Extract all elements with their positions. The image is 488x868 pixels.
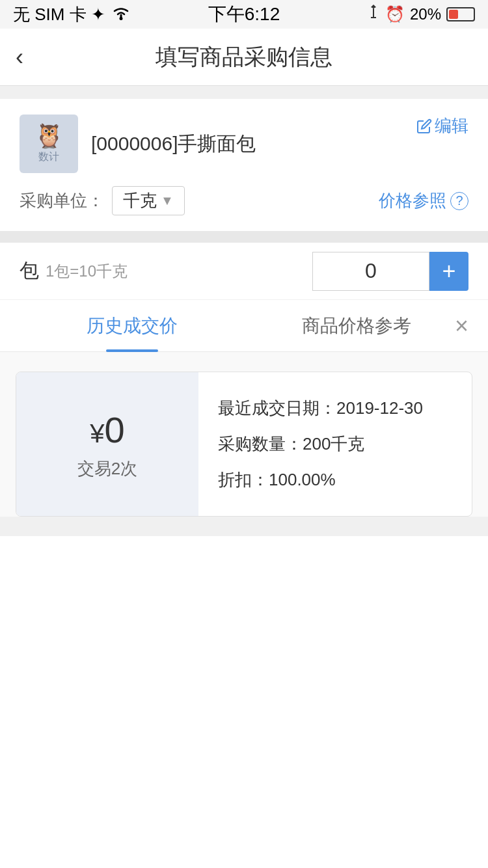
tab-history-label: 历史成交价 xyxy=(87,314,178,338)
currency-symbol: ¥ xyxy=(90,419,104,448)
product-thumbnail: 🦉 数计 xyxy=(20,115,78,173)
unit-label: 采购单位： xyxy=(20,189,104,212)
discount-label: 折扣： xyxy=(218,470,269,489)
section-divider xyxy=(0,231,488,243)
unit-value: 千克 xyxy=(123,189,157,212)
tab-history-price[interactable]: 历史成交价 xyxy=(20,300,244,352)
unit-left: 采购单位： 千克 ▼ xyxy=(20,186,185,215)
recent-date-label: 最近成交日期： xyxy=(218,398,336,418)
quantity-input[interactable]: 0 xyxy=(312,252,429,291)
brand-logo: 🦉 xyxy=(34,124,64,148)
purchase-qty-row: 采购数量：200千克 xyxy=(218,431,452,457)
price-value: 0 xyxy=(105,409,125,450)
quantity-convert: 1包=10千克 xyxy=(46,261,128,282)
info-icon: ? xyxy=(450,192,468,210)
tab-price-reference[interactable]: 商品价格参考 xyxy=(244,300,468,352)
panel-close-button[interactable]: × xyxy=(455,312,468,340)
product-header: 🦉 数计 [0000006]手撕面包 编辑 xyxy=(20,115,468,173)
svg-point-0 xyxy=(119,17,122,20)
recent-date-value: 2019-12-30 xyxy=(336,398,423,418)
status-right: ⏰ 20% xyxy=(367,5,475,24)
back-button[interactable]: ‹ xyxy=(16,44,23,71)
location-icon xyxy=(367,5,380,24)
quantity-input-group: 0 + xyxy=(312,252,468,291)
status-time: 下午6:12 xyxy=(208,2,280,27)
tab-bar: 历史成交价 商品价格参考 × xyxy=(0,300,488,352)
nav-bar: ‹ 填写商品采购信息 xyxy=(0,29,488,86)
edit-button[interactable]: 编辑 xyxy=(416,115,468,137)
quantity-unit: 包 xyxy=(20,258,39,284)
product-left: 🦉 数计 [0000006]手撕面包 xyxy=(20,115,256,173)
main-content-area xyxy=(0,536,488,868)
history-data-card: ¥0 交易2次 最近成交日期：2019-12-30 采购数量：200千克 折扣：… xyxy=(16,372,472,517)
recent-date-row: 最近成交日期：2019-12-30 xyxy=(218,396,452,421)
status-bar: 无 SIM 卡 ✦ 下午6:12 ⏰ 20% xyxy=(0,0,488,29)
battery-icon xyxy=(446,7,475,21)
sim-status: 无 SIM 卡 ✦ xyxy=(13,3,105,26)
dropdown-arrow-icon: ▼ xyxy=(161,193,174,208)
card-detail-section: 最近成交日期：2019-12-30 采购数量：200千克 折扣：100.00% xyxy=(198,372,472,516)
wifi-icon xyxy=(112,5,130,25)
status-left: 无 SIM 卡 ✦ xyxy=(13,3,130,26)
brand-sub: 数计 xyxy=(38,150,59,164)
product-unit-row: 采购单位： 千克 ▼ 价格参照 ? xyxy=(20,186,468,215)
tab-reference-label: 商品价格参考 xyxy=(302,314,411,338)
unit-select[interactable]: 千克 ▼ xyxy=(112,186,185,215)
product-card: 🦉 数计 [0000006]手撕面包 编辑 采购单位： 千克 ▼ 价格参照 ? xyxy=(0,99,488,231)
tab-active-indicator xyxy=(106,349,158,352)
battery-percent: 20% xyxy=(410,5,441,23)
quantity-plus-button[interactable]: + xyxy=(429,252,468,291)
purchase-qty-value: 200千克 xyxy=(303,434,364,454)
trade-count: 交易2次 xyxy=(77,457,137,480)
price-ref-button[interactable]: 价格参照 ? xyxy=(379,189,468,212)
page-title: 填写商品采购信息 xyxy=(156,42,332,72)
card-price-section: ¥0 交易2次 xyxy=(16,372,198,516)
edit-label: 编辑 xyxy=(435,115,468,137)
quantity-row: 包 1包=10千克 0 + xyxy=(0,243,488,300)
price-display: ¥0 xyxy=(90,409,124,451)
discount-row: 折扣：100.00% xyxy=(218,467,452,493)
alarm-icon: ⏰ xyxy=(385,5,405,23)
bottom-panel: 历史成交价 商品价格参考 × ¥0 交易2次 最近成交日期：2019-12-30… xyxy=(0,300,488,517)
quantity-value: 0 xyxy=(365,259,377,283)
purchase-qty-label: 采购数量： xyxy=(218,434,303,454)
discount-value: 100.00% xyxy=(269,470,336,489)
quantity-label: 包 1包=10千克 xyxy=(20,258,128,284)
price-ref-label: 价格参照 xyxy=(379,189,446,212)
product-name: [0000006]手撕面包 xyxy=(91,131,256,157)
